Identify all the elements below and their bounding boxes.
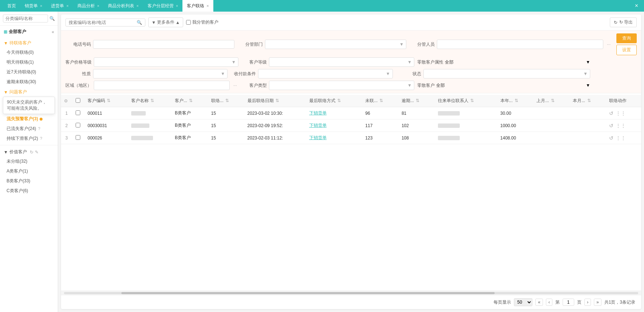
sidebar-item-tomorrow[interactable]: 明天待联络(1) — [0, 57, 58, 67]
row-checkbox[interactable] — [72, 107, 84, 119]
row-actions: ↺ ⋮⋮ — [605, 132, 641, 144]
sidebar-item-ungrouped[interactable]: 未分组(32) — [0, 157, 58, 166]
sort-icon9[interactable]: ⇅ — [470, 98, 474, 103]
row-num: 3 — [61, 132, 72, 144]
table-checkbox-header[interactable] — [72, 95, 84, 107]
close-icon[interactable]: × — [40, 4, 42, 8]
sort-icon3[interactable]: ⇅ — [189, 98, 193, 103]
section-value-customers[interactable]: ▼ 价值客户 ↻ ✎ — [0, 147, 58, 157]
search-icon[interactable]: 🔍 — [49, 16, 55, 21]
customer-level-select[interactable]: ▼ — [269, 57, 414, 67]
status-select[interactable]: ▼ — [423, 69, 591, 78]
more-action-icon[interactable]: ⋮⋮ — [616, 110, 626, 116]
row-no-contact: 96 — [362, 107, 398, 119]
tab-home[interactable]: 首页 — [3, 0, 20, 12]
sidebar-item-declining[interactable]: 持续下滑客户(2) ? — [0, 134, 58, 143]
window-close-button[interactable]: × — [632, 3, 641, 9]
tab-analysis-list[interactable]: 商品分析列表 × — [104, 0, 143, 12]
sidebar-item-b-class[interactable]: B类客户(33) — [0, 176, 58, 186]
row-last-way[interactable]: 下销货单 — [306, 132, 362, 144]
content-area: 🔍 ▼ 更多条件 ▲ 我分管的客户 ↻ ↻ 导出 电话号码 — [61, 15, 641, 309]
per-page-select[interactable]: 50 100 200 — [514, 298, 532, 306]
sort-icon7[interactable]: ⇅ — [379, 98, 383, 103]
sort-icon11[interactable]: ⇅ — [551, 98, 555, 103]
nature-select[interactable]: ▼ — [93, 69, 228, 78]
tab-purchase[interactable]: 进货单 × — [47, 0, 73, 12]
row-num: 1 — [61, 107, 72, 119]
prev-page-button[interactable]: ‹ — [546, 299, 552, 306]
sort-icon6[interactable]: ⇅ — [337, 98, 341, 103]
price-tier-select[interactable]: ▼ — [94, 57, 238, 67]
sidebar-item-today[interactable]: 今天待联络(0) — [0, 48, 58, 57]
phone-input[interactable] — [93, 40, 234, 49]
tab-customer-tier[interactable]: 客户分层经营 × — [143, 0, 182, 12]
triangle-icon: ▼ — [4, 150, 8, 155]
sort-icon10[interactable]: ⇅ — [515, 98, 518, 103]
filter-button[interactable]: ▼ 更多条件 ▲ — [148, 17, 183, 27]
filter-person: 分管人员 ··· — [409, 40, 612, 49]
sidebar-item-a-class[interactable]: A类客户(1) — [0, 166, 58, 176]
row-last-way[interactable]: 下销货单 — [306, 119, 362, 132]
sort-icon8[interactable]: ⇅ — [416, 98, 419, 103]
sort-icon4[interactable]: ⇅ — [225, 98, 229, 103]
refresh-icon[interactable]: ↻ — [30, 150, 33, 155]
col-last-way: 最后联络方式 ⇅ — [306, 95, 362, 107]
close-icon[interactable]: × — [97, 4, 99, 8]
sort-icon12[interactable]: ⇅ — [587, 98, 591, 103]
setting-button[interactable]: 设置 — [616, 45, 637, 55]
scrollbar-thumb[interactable] — [121, 292, 495, 294]
scrollbar-track[interactable] — [64, 292, 638, 294]
section-pending-contact[interactable]: ▼ 待联络客户 — [0, 38, 58, 48]
close-icon[interactable]: × — [136, 4, 138, 8]
query-button[interactable]: 查询 — [616, 33, 637, 43]
more-action-icon[interactable]: ⋮⋮ — [616, 135, 626, 141]
next-page-button[interactable]: › — [584, 299, 591, 306]
contact-icon[interactable]: ↺ — [609, 123, 613, 129]
customer-type-select[interactable]: ▼ — [269, 81, 414, 90]
region-select[interactable] — [94, 81, 230, 90]
more-action-icon[interactable]: ⋮⋮ — [616, 123, 626, 129]
all-customers-header[interactable]: ⊞ 全部客户 « — [0, 26, 58, 38]
sidebar-item-lost-customers[interactable]: 已流失客户(24) ? — [0, 124, 58, 134]
grid-icon: ⊞ — [4, 29, 7, 35]
tab-analysis[interactable]: 商品分析 × — [73, 0, 104, 12]
gear-icon[interactable]: ⚙ — [64, 98, 68, 104]
my-customers-check[interactable] — [186, 20, 191, 25]
sort-icon[interactable]: ⇅ — [107, 98, 110, 103]
select-all-checkbox[interactable] — [76, 98, 80, 103]
collapse-icon[interactable]: « — [52, 29, 54, 35]
table-gear-header[interactable]: ⚙ — [61, 95, 72, 107]
dept-select[interactable]: ▼ — [265, 40, 406, 49]
row-name — [128, 107, 171, 119]
page-input[interactable] — [563, 299, 574, 306]
search-input[interactable] — [69, 20, 135, 25]
tab-customer-contact[interactable]: 客户联络 × — [182, 0, 213, 12]
sidebar-search-input[interactable] — [3, 15, 48, 23]
last-page-button[interactable]: » — [594, 299, 601, 306]
section-problem-customers[interactable]: ▼ 问题客户 — [0, 87, 58, 97]
search-icon[interactable]: 🔍 — [137, 20, 142, 25]
person-select[interactable] — [437, 40, 603, 49]
region-more-icon[interactable]: ··· — [232, 83, 238, 88]
close-icon[interactable]: × — [176, 4, 178, 8]
sidebar-item-c-class[interactable]: C类客户(6) — [0, 186, 58, 196]
row-checkbox[interactable] — [72, 132, 84, 144]
horizontal-scrollbar[interactable] — [61, 291, 641, 295]
sort-icon2[interactable]: ⇅ — [150, 98, 154, 103]
sort-icon5[interactable]: ⇅ — [275, 98, 279, 103]
contact-icon[interactable]: ↺ — [609, 110, 613, 116]
sidebar-item-7days[interactable]: 近7天待联络(0) — [0, 67, 58, 77]
contact-icon[interactable]: ↺ — [609, 135, 613, 141]
close-icon[interactable]: × — [66, 4, 68, 8]
sidebar-item-churn-warning[interactable]: 流失预警客户(3) — [0, 114, 58, 124]
more-icon[interactable]: ··· — [605, 42, 612, 47]
sidebar-item-overdue[interactable]: 逾期未联络(30) — [0, 77, 58, 87]
row-last-way[interactable]: 下销货单 — [306, 107, 362, 119]
export-button[interactable]: ↻ ↻ 导出 — [610, 17, 637, 27]
row-checkbox[interactable] — [72, 119, 84, 132]
edit-icon[interactable]: ✎ — [35, 150, 39, 155]
first-page-button[interactable]: « — [535, 299, 543, 306]
payment-select[interactable]: ▼ — [258, 69, 393, 78]
close-icon[interactable]: × — [206, 4, 209, 8]
tab-sales[interactable]: 销货单 × — [20, 0, 47, 12]
